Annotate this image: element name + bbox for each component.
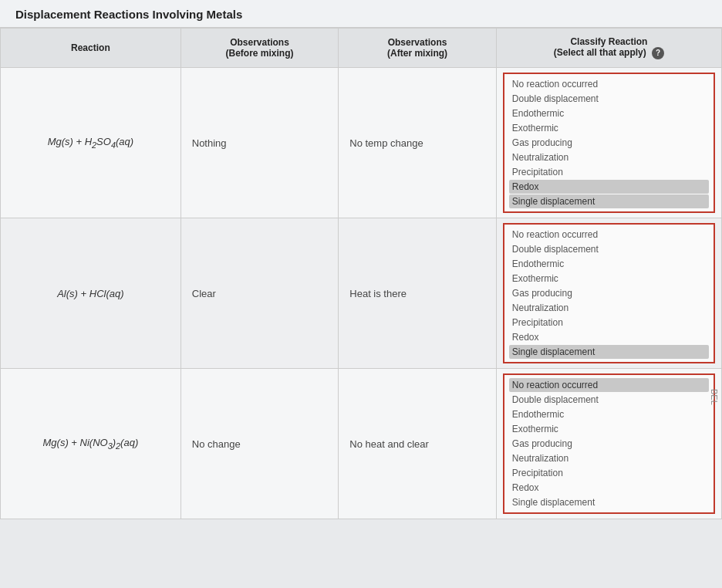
- col-header-obs-before: Observations (Before mixing): [180, 29, 339, 68]
- table-body: Mg(s) + H2SO4(aq)NothingNo temp changeNo…: [1, 68, 722, 519]
- classify-option[interactable]: Redox: [509, 330, 709, 344]
- classify-option[interactable]: Single displacement: [509, 194, 709, 208]
- classify-cell-2: No reaction occurredDouble displacementE…: [496, 369, 721, 519]
- classify-option[interactable]: Precipitation: [509, 165, 709, 179]
- page-container: Displacement Reactions Involving Metals …: [0, 0, 722, 588]
- reactions-table: Reaction Observations (Before mixing) Ob…: [0, 28, 722, 519]
- classify-option[interactable]: Precipitation: [509, 466, 709, 480]
- classify-option[interactable]: Endothermic: [509, 257, 709, 271]
- classify-option[interactable]: No reaction occurred: [509, 77, 709, 91]
- classify-option[interactable]: Neutralization: [509, 150, 709, 164]
- classify-box-0: No reaction occurredDouble displacementE…: [503, 73, 715, 213]
- col-header-classify: Classify Reaction (Select all that apply…: [496, 29, 721, 68]
- classify-option[interactable]: Exothermic: [509, 121, 709, 135]
- label-bel: BEL: [707, 386, 722, 408]
- classify-cell-0: No reaction occurredDouble displacementE…: [496, 68, 721, 218]
- classify-option[interactable]: Single displacement: [509, 495, 709, 509]
- classify-box-2: No reaction occurredDouble displacementE…: [503, 373, 715, 514]
- classify-option[interactable]: Double displacement: [509, 92, 709, 106]
- classify-option[interactable]: No reaction occurred: [509, 378, 709, 392]
- classify-option[interactable]: Gas producing: [509, 136, 709, 150]
- classify-option[interactable]: Exothermic: [509, 272, 709, 286]
- classify-option[interactable]: Double displacement: [509, 393, 709, 407]
- classify-option[interactable]: Gas producing: [509, 286, 709, 300]
- table-wrapper: Displacement Reactions Involving Metals …: [0, 0, 722, 519]
- classify-option[interactable]: Double displacement: [509, 242, 709, 256]
- table-row: Mg(s) + Ni(NO3)2(aq)No changeNo heat and…: [1, 369, 722, 519]
- reaction-cell-0: Mg(s) + H2SO4(aq): [1, 68, 181, 218]
- classify-option[interactable]: Precipitation: [509, 316, 709, 329]
- classify-option[interactable]: Single displacement: [509, 345, 709, 359]
- col-header-obs-after: Observations (After mixing): [339, 29, 497, 68]
- help-icon[interactable]: ?: [652, 47, 664, 59]
- col-header-reaction: Reaction: [1, 29, 181, 68]
- reaction-cell-2: Mg(s) + Ni(NO3)2(aq): [1, 369, 181, 519]
- classify-option[interactable]: Endothermic: [509, 106, 709, 120]
- classify-option[interactable]: Redox: [509, 180, 709, 194]
- table-row: Mg(s) + H2SO4(aq)NothingNo temp changeNo…: [1, 68, 722, 218]
- classify-option[interactable]: Neutralization: [509, 301, 709, 315]
- obs-before-cell-2: No change: [180, 369, 339, 519]
- page-title: Displacement Reactions Involving Metals: [0, 0, 722, 28]
- classify-cell-1: No reaction occurredDouble displacementE…: [496, 218, 721, 369]
- table-row: Al(s) + HCl(aq)ClearHeat is thereNo reac…: [1, 218, 722, 369]
- obs-before-cell-0: Nothing: [180, 68, 339, 218]
- obs-after-cell-0: No temp change: [339, 68, 497, 218]
- classify-option[interactable]: Endothermic: [509, 407, 709, 421]
- classify-box-1: No reaction occurredDouble displacementE…: [503, 223, 715, 363]
- obs-after-cell-1: Heat is there: [339, 218, 497, 369]
- classify-option[interactable]: No reaction occurred: [509, 228, 709, 242]
- obs-after-cell-2: No heat and clear: [339, 369, 497, 519]
- table-header-row: Reaction Observations (Before mixing) Ob…: [1, 29, 722, 68]
- classify-option[interactable]: Gas producing: [509, 437, 709, 451]
- classify-option[interactable]: Redox: [509, 481, 709, 495]
- classify-option[interactable]: Neutralization: [509, 451, 709, 465]
- obs-before-cell-1: Clear: [180, 218, 339, 369]
- classify-option[interactable]: Exothermic: [509, 422, 709, 436]
- reaction-cell-1: Al(s) + HCl(aq): [1, 218, 181, 369]
